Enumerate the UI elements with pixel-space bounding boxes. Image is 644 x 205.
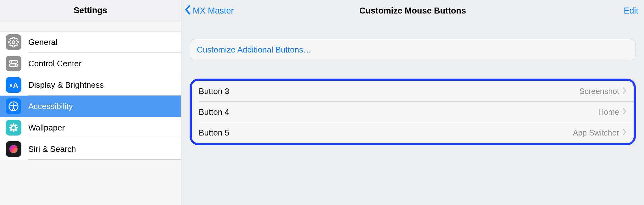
button-name: Button 5 [199,128,573,138]
detail-title: Customize Mouse Buttons [181,6,644,16]
sidebar-title: Settings [74,6,107,15]
accessibility-icon [6,98,21,114]
button-action: App Switcher [573,128,619,137]
svg-point-11 [13,129,14,132]
sidebar-item-wallpaper[interactable]: Wallpaper [0,117,181,138]
sidebar-item-control-center[interactable]: Control Center [0,53,181,74]
svg-point-4 [14,64,16,66]
customize-group: Customize Additional Buttons… [190,39,636,60]
siri-icon [6,141,21,157]
settings-sidebar: Settings General Control [0,0,181,205]
sidebar-item-label: Wallpaper [28,123,175,133]
chevron-right-icon [622,86,627,96]
sidebar-item-label: Display & Brightness [28,80,175,90]
customize-link-label: Customize Additional Buttons… [197,45,629,55]
edit-button[interactable]: Edit [624,6,644,16]
sidebar-item-display-brightness[interactable]: A A Display & Brightness [0,74,181,96]
detail-body: Customize Additional Buttons… Button 3 S… [181,21,644,145]
sidebar-header: Settings [0,0,181,21]
back-button[interactable]: MX Master [181,5,234,17]
svg-point-12 [9,127,12,129]
back-label: MX Master [193,6,234,16]
switches-icon [6,56,21,71]
button-mapping-group: Button 3 Screenshot Button 4 Home [192,81,634,143]
chevron-left-icon [185,5,193,17]
button-row[interactable]: Button 5 App Switcher [192,122,634,143]
text-size-icon: A A [6,77,21,93]
button-name: Button 3 [199,86,580,96]
svg-point-2 [11,61,13,63]
svg-point-8 [13,103,14,105]
svg-point-0 [12,41,15,44]
detail-header: MX Master Customize Mouse Buttons Edit [181,0,644,21]
customize-additional-buttons[interactable]: Customize Additional Buttons… [190,39,636,60]
svg-text:A: A [13,81,18,89]
sidebar-item-label: Accessibility [28,102,175,111]
sidebar-item-label: Siri & Search [28,144,175,154]
settings-menu: General Control Center A A [0,31,181,160]
gear-icon [6,34,21,50]
flower-icon [6,120,21,136]
button-row[interactable]: Button 4 Home [192,102,634,122]
sidebar-item-accessibility[interactable]: Accessibility [0,96,181,117]
svg-text:A: A [9,83,13,88]
button-action: Screenshot [580,87,619,96]
button-action: Home [598,108,619,117]
button-row[interactable]: Button 3 Screenshot [192,81,634,102]
detail-pane: MX Master Customize Mouse Buttons Edit C… [181,0,644,205]
svg-point-10 [13,123,14,126]
chevron-right-icon [622,128,627,138]
sidebar-spacer [0,21,181,31]
svg-point-18 [12,126,14,129]
button-name: Button 4 [199,107,598,117]
sidebar-item-siri-search[interactable]: Siri & Search [0,138,181,160]
sidebar-item-label: General [28,37,175,47]
highlighted-group: Button 3 Screenshot Button 4 Home [190,79,636,145]
svg-point-13 [15,127,18,129]
sidebar-item-general[interactable]: General [0,31,181,53]
sidebar-item-label: Control Center [28,59,175,69]
chevron-right-icon [622,107,627,117]
